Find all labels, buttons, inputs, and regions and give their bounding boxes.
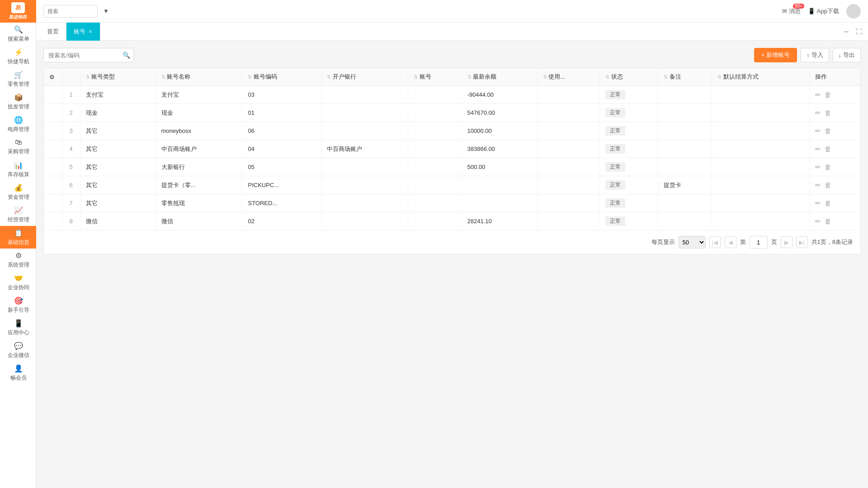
sidebar-item-wholesale[interactable]: 📦 批发管理 [0,90,36,113]
next-page-button[interactable]: ▶ [781,236,793,248]
import-button[interactable]: ↑ 导入 [801,48,829,62]
row-status: 正常 [600,86,658,104]
row-account-name: 提货卡（零... [156,176,242,194]
search-input[interactable] [43,48,134,62]
sidebar-item-quick-nav[interactable]: ⚡ 快捷导航 [0,45,36,68]
row-latest-balance: 500.00 [462,158,537,176]
col-account-code[interactable]: ⇅ 账号编码 [242,68,321,86]
col-default-settlement[interactable]: ⇅ 默认结算方式 [712,68,809,86]
delete-icon[interactable]: 🗑 [825,145,831,153]
sidebar-item-ecommerce[interactable]: 🌐 电商管理 [0,113,36,136]
tab-maximize-button[interactable]: ⛶ [854,26,864,37]
quick-nav-icon: ⚡ [14,48,23,56]
row-notes [658,104,712,122]
header-left: ▼ [43,5,109,18]
row-index: 7 [62,194,80,212]
sidebar-item-company-agreement[interactable]: 🤝 企业协同 [0,271,36,294]
row-account-code: 01 [242,104,321,122]
row-bank [321,212,408,230]
tab-accounts-close[interactable]: ✕ [88,28,93,35]
sidebar-item-search-menu[interactable]: 🔍 搜索菜单 [0,23,36,45]
tab-minimize-button[interactable]: ─ [841,26,852,37]
col-account-type[interactable]: ⇅ 账号类型 [80,68,156,86]
edit-icon[interactable]: ✏ [815,91,821,99]
app-download-button[interactable]: 📱 App下载 [808,7,839,15]
sidebar-item-label: 快捷导航 [8,58,29,66]
sidebar-item-system[interactable]: ⚙ 系统管理 [0,249,36,271]
sidebar-item-inventory[interactable]: 📊 库存核算 [0,158,36,181]
col-gear[interactable]: ⚙ [44,68,62,86]
export-button[interactable]: ↓ 导出 [833,48,861,62]
row-bank [321,194,408,212]
first-page-button[interactable]: |◀ [709,236,721,248]
row-account-type: 微信 [80,212,156,230]
delete-icon[interactable]: 🗑 [825,127,831,135]
row-gear [44,194,62,212]
row-usage [537,194,600,212]
edit-icon[interactable]: ✏ [815,181,821,189]
sort-icon: ⇅ [327,74,331,80]
col-latest-balance[interactable]: ⇅ 最新余额 [462,68,537,86]
edit-icon[interactable]: ✏ [815,217,821,225]
header-search-input[interactable] [43,5,98,18]
basic-info-icon: 📋 [14,229,23,237]
delete-icon[interactable]: 🗑 [825,109,831,117]
sidebar-item-app-center[interactable]: 📱 应用中心 [0,316,36,339]
prev-page-button[interactable]: ◀ [725,236,736,248]
edit-icon[interactable]: ✏ [815,145,821,153]
edit-icon[interactable]: ✏ [815,199,821,207]
edit-icon[interactable]: ✏ [815,127,821,135]
col-usage[interactable]: ⇅ 使用... [537,68,600,86]
table-row: 3 其它 moneybosx 06 10000.00 正常 ✏ 🗑 [44,122,860,140]
row-account-type: 支付宝 [80,86,156,104]
delete-icon[interactable]: 🗑 [825,217,831,225]
delete-icon[interactable]: 🗑 [825,199,831,207]
col-notes[interactable]: ⇅ 备注 [658,68,712,86]
add-account-button[interactable]: + 新增账号 [754,48,797,62]
last-page-button[interactable]: ▶| [796,236,808,248]
logo: 易 易进销存 [0,0,36,23]
header-dropdown[interactable]: ▼ [103,8,109,14]
message-icon: ✉ [782,8,787,14]
sidebar-item-basic-info[interactable]: 📋 基础信息 [0,226,36,249]
delete-icon[interactable]: 🗑 [825,181,831,189]
delete-icon[interactable]: 🗑 [825,91,831,99]
edit-icon[interactable]: ✏ [815,163,821,171]
sidebar-item-operations[interactable]: 📈 经营管理 [0,203,36,226]
app-download-label: App下载 [817,7,839,15]
page-input[interactable] [750,236,768,249]
sidebar: 易 易进销存 🔍 搜索菜单 ⚡ 快捷导航 🛒 零售管理 📦 批发管理 🌐 电商管… [0,0,36,488]
col-bank[interactable]: ⇅ 开户银行 [321,68,408,86]
col-index [62,68,80,86]
row-account-code: 02 [242,212,321,230]
col-account-name[interactable]: ⇅ 账号名称 [156,68,242,86]
dropdown-arrow-icon: ▼ [103,8,109,14]
sidebar-item-purchase[interactable]: 🛍 采购管理 [0,136,36,158]
sidebar-item-capital[interactable]: 💰 资金管理 [0,181,36,203]
sidebar-item-company-wechat[interactable]: 💬 企业微信 [0,339,36,361]
sidebar-item-member[interactable]: 👤 畅会员 [0,361,36,384]
search-icon[interactable]: 🔍 [123,52,130,59]
sidebar-item-guide[interactable]: 🎯 新手引导 [0,294,36,316]
sidebar-item-label: 搜索菜单 [8,35,29,43]
tab-home[interactable]: 首页 [40,23,66,41]
sidebar-item-label: 采购管理 [8,148,29,155]
sort-icon: ⇅ [605,74,609,80]
row-account-name: 微信 [156,212,242,230]
avatar[interactable] [846,4,861,19]
tab-accounts[interactable]: 账号 ✕ [66,23,100,41]
delete-icon[interactable]: 🗑 [825,163,831,171]
row-account-code: PICKUPC... [242,176,321,194]
col-account-num[interactable]: ⇅ 账号 [408,68,462,86]
import-label: 导入 [811,51,823,59]
sidebar-item-retail[interactable]: 🛒 零售管理 [0,68,36,90]
per-page-label: 每页显示 [651,238,675,246]
per-page-select[interactable]: 50 100 200 [679,236,706,249]
row-notes [658,194,712,212]
messages-button[interactable]: ✉ 消息 99+ [782,7,801,15]
row-account-type: 其它 [80,176,156,194]
edit-icon[interactable]: ✏ [815,109,821,117]
sidebar-item-label: 库存核算 [8,171,29,178]
row-actions: ✏ 🗑 [809,86,860,104]
col-status[interactable]: ⇅ 状态 [600,68,658,86]
